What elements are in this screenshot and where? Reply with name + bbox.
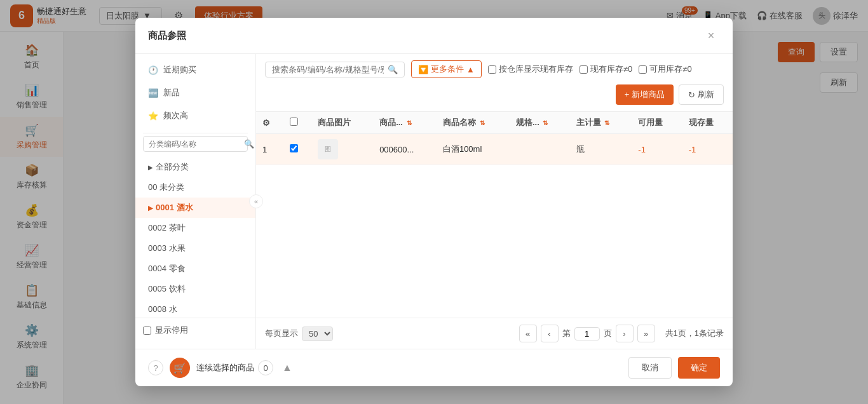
col-stock: 现存量 — [682, 112, 733, 134]
page-controls: « ‹ 第 页 › » 共1页，1条记录 — [519, 325, 724, 342]
current-stock-checkbox-label[interactable]: 现有库存≠0 — [580, 64, 632, 75]
category-uncategorized[interactable]: 00 未分类 — [135, 177, 255, 198]
confirm-button[interactable]: 确定 — [678, 357, 720, 379]
select-all-checkbox[interactable] — [290, 118, 298, 126]
row-stock: -1 — [682, 134, 733, 165]
category-tea[interactable]: 0002 茶叶 — [135, 218, 255, 238]
cart-button[interactable]: 🛒 — [170, 358, 190, 378]
filter-button[interactable]: 🔽 更多条件 ▲ — [411, 60, 482, 78]
dialog-title: 商品参照 — [148, 30, 186, 42]
category-all[interactable]: ▶ 全部分类 — [135, 157, 255, 177]
table-header-row: ⚙ 商品图片 商品... ⇅ 商品名称 ⇅ — [256, 112, 733, 134]
left-panel-top: 🕐 近期购买 🆕 新品 ⭐ 频次高 — [135, 60, 255, 125]
page-number-input[interactable] — [574, 327, 600, 340]
col-image: 商品图片 — [311, 112, 373, 134]
category-list: ▶ 全部分类 00 未分类 ▶ 0001 酒水 0002 茶叶 0003 水果 — [135, 157, 255, 318]
col-name[interactable]: 商品名称 ⇅ — [437, 112, 510, 134]
filter-arrow-icon: ▲ — [466, 65, 475, 74]
pagination: 每页显示 50 « ‹ 第 页 › » 共1页，1条记录 — [256, 318, 733, 349]
row-checkbox-cell[interactable] — [283, 134, 311, 165]
next-page-button[interactable]: › — [616, 325, 634, 342]
footer-buttons: 取消 确定 — [628, 357, 720, 379]
spec-sort-icon: ⇅ — [543, 119, 548, 126]
add-product-button[interactable]: + 新增商品 — [616, 84, 674, 105]
product-table: ⚙ 商品图片 商品... ⇅ 商品名称 ⇅ — [256, 112, 733, 165]
row-unit: 瓶 — [570, 134, 632, 165]
col-spec[interactable]: 规格... ⇅ — [510, 112, 570, 134]
recent-buy-icon: 🕐 — [148, 65, 158, 75]
product-search-input[interactable] — [272, 65, 384, 74]
unit-sort-icon: ⇅ — [604, 119, 609, 126]
footer-collapse-icon[interactable]: ▲ — [282, 362, 292, 374]
dialog-toolbar: 🔍 🔽 更多条件 ▲ 按仓库显示现有库存 现有库存≠0 — [256, 54, 733, 112]
col-unit[interactable]: 主计量 ⇅ — [570, 112, 632, 134]
col-checkbox — [283, 112, 311, 134]
selected-count: 0 — [258, 360, 273, 375]
new-product-item[interactable]: 🆕 新品 — [143, 83, 248, 102]
page-summary: 共1页，1条记录 — [665, 328, 724, 339]
product-search-box[interactable]: 🔍 — [265, 62, 405, 77]
dialog-body: « 🕐 近期购买 🆕 新品 ⭐ 频次高 — [135, 54, 733, 349]
col-code[interactable]: 商品... ⇅ — [373, 112, 437, 134]
current-stock-checkbox[interactable] — [580, 65, 588, 74]
category-snacks[interactable]: 0004 零食 — [135, 259, 255, 279]
category-search-box[interactable]: 🔍 — [143, 136, 248, 152]
first-page-button[interactable]: « — [519, 325, 537, 342]
category-alcohol[interactable]: ▶ 0001 酒水 — [135, 198, 255, 218]
table-row[interactable]: 1 图 000600... 白酒100ml 瓶 -1 -1 — [256, 134, 733, 165]
product-reference-dialog: 商品参照 × « 🕐 近期购买 🆕 新品 ⭐ — [135, 18, 733, 386]
recent-buy-item[interactable]: 🕐 近期购买 — [143, 60, 248, 79]
continuous-select: 连续选择的商品 0 — [196, 360, 273, 375]
collapse-toggle[interactable]: « — [249, 194, 263, 208]
all-arrow-icon: ▶ — [148, 164, 153, 171]
show-disabled-checkbox[interactable] — [143, 327, 151, 335]
high-freq-icon: ⭐ — [148, 111, 158, 121]
help-button[interactable]: ? — [148, 360, 163, 375]
row-name: 白酒100ml — [437, 134, 510, 165]
show-disabled-section: 显示停用 — [135, 318, 255, 342]
category-fruit[interactable]: 0003 水果 — [135, 238, 255, 259]
row-checkbox[interactable] — [290, 144, 298, 152]
col-settings[interactable]: ⚙ — [256, 112, 283, 134]
overlay: 商品参照 × « 🕐 近期购买 🆕 新品 ⭐ — [0, 0, 868, 404]
toolbar-right: + 新增商品 ↻ 刷新 — [616, 84, 724, 105]
warehouse-checkbox-label[interactable]: 按仓库显示现有库存 — [488, 64, 573, 75]
category-water[interactable]: 0008 水 — [135, 299, 255, 318]
product-search-icon[interactable]: 🔍 — [388, 65, 398, 74]
cancel-button[interactable]: 取消 — [628, 357, 672, 379]
right-panel: 🔍 🔽 更多条件 ▲ 按仓库显示现有库存 现有库存≠0 — [256, 54, 733, 349]
dialog-header: 商品参照 × — [135, 18, 733, 54]
available-stock-checkbox-label[interactable]: 可用库存≠0 — [639, 64, 691, 75]
refresh-icon: ↻ — [688, 90, 695, 100]
row-spec — [510, 134, 570, 165]
prev-page-button[interactable]: ‹ — [541, 325, 559, 342]
dialog-footer: ? 🛒 连续选择的商品 0 ▲ 取消 确定 — [135, 349, 733, 386]
left-panel: « 🕐 近期购买 🆕 新品 ⭐ 频次高 — [135, 54, 256, 349]
row-seq: 1 — [256, 134, 283, 165]
product-image: 图 — [318, 139, 338, 159]
per-page-selector: 每页显示 50 — [265, 327, 333, 341]
row-code: 000600... — [373, 134, 437, 165]
category-search-icon[interactable]: 🔍 — [244, 139, 254, 149]
row-available: -1 — [632, 134, 682, 165]
left-divider — [143, 133, 248, 133]
new-product-icon: 🆕 — [148, 88, 158, 98]
name-sort-icon: ⇅ — [480, 119, 485, 126]
refresh-dialog-button[interactable]: ↻ 刷新 — [679, 84, 724, 105]
code-sort-icon: ⇅ — [407, 119, 412, 126]
category-search-input[interactable] — [149, 140, 244, 149]
warehouse-checkbox[interactable] — [488, 65, 496, 74]
close-button[interactable]: × — [702, 27, 720, 44]
alcohol-arrow-icon: ▶ — [148, 205, 153, 212]
row-image-cell: 图 — [311, 134, 373, 165]
per-page-select[interactable]: 50 — [302, 327, 333, 341]
available-stock-checkbox[interactable] — [639, 65, 647, 74]
high-freq-item[interactable]: ⭐ 频次高 — [143, 106, 248, 125]
last-page-button[interactable]: » — [637, 325, 655, 342]
col-available: 可用量 — [632, 112, 682, 134]
product-table-container: ⚙ 商品图片 商品... ⇅ 商品名称 ⇅ — [256, 112, 733, 318]
category-drinks[interactable]: 0005 饮料 — [135, 279, 255, 299]
